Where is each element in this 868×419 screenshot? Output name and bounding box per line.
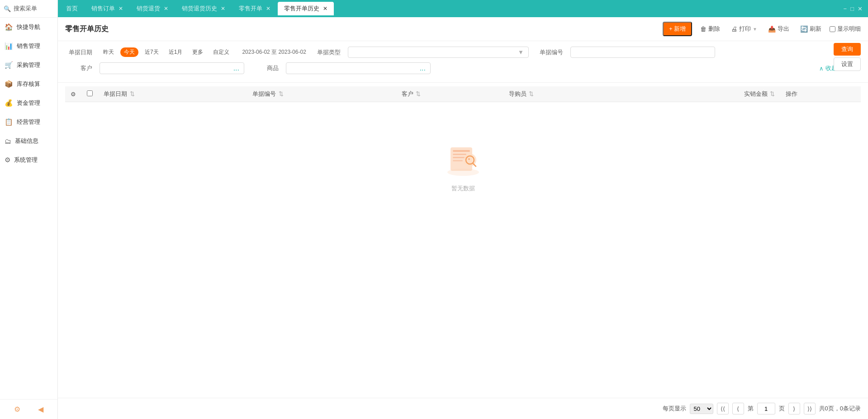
money-icon: 💰 bbox=[5, 99, 13, 107]
collapse-sidebar-icon[interactable]: ◀ bbox=[38, 405, 43, 414]
sidebar-item-system[interactable]: ⚙ 系统管理 bbox=[0, 151, 57, 169]
sidebar-search[interactable]: 🔍 搜索采单 bbox=[0, 0, 57, 18]
delete-icon: 🗑 bbox=[700, 25, 707, 33]
collapse-arrow-icon: ∧ bbox=[819, 65, 824, 72]
date-options: 昨天 今天 近7天 近1月 更多 自定义 bbox=[100, 47, 233, 57]
sidebar-item-inventory[interactable]: 📦 库存核算 bbox=[0, 75, 57, 94]
doc-number-input-wrap bbox=[570, 47, 715, 58]
date-option-more[interactable]: 更多 bbox=[189, 47, 207, 57]
tab-bar: 首页 销售订单 ✕ 销货退货 ✕ 销货退货历史 ✕ 零售开单 ✕ 零售开单历史 … bbox=[58, 0, 868, 17]
tab-retail-open-history[interactable]: 零售开单历史 ✕ bbox=[278, 2, 334, 15]
total-info: 共0页，0条记录 bbox=[819, 405, 861, 413]
print-icon: 🖨 bbox=[731, 25, 737, 33]
print-button[interactable]: 🖨 打印 ▼ bbox=[728, 23, 760, 35]
window-restore-icon[interactable]: □ bbox=[850, 5, 854, 12]
tab-sales-return[interactable]: 销货退货 ✕ bbox=[130, 2, 175, 15]
search-icon: 🔍 bbox=[4, 5, 11, 12]
doc-type-arrow-icon: ▼ bbox=[518, 49, 524, 56]
goods-label: 商品 bbox=[251, 64, 279, 72]
goods-input[interactable] bbox=[291, 65, 420, 72]
current-page-input[interactable] bbox=[757, 403, 775, 414]
show-detail-checkbox[interactable]: 显示明细 bbox=[830, 25, 861, 33]
svg-rect-5 bbox=[453, 160, 463, 161]
doc-number-input[interactable] bbox=[575, 49, 710, 56]
first-page-btn[interactable]: ⟨⟨ bbox=[717, 403, 729, 414]
table-cb-col bbox=[81, 86, 98, 102]
tab-retail-open-close[interactable]: ✕ bbox=[266, 5, 270, 12]
toolbar: + 新增 🗑 删除 🖨 打印 ▼ 📤 导出 🔄 刷新 bbox=[663, 22, 861, 36]
filter-area: 单据日期 昨天 今天 近7天 近1月 更多 自定义 2023-06-02 至 2… bbox=[58, 41, 868, 83]
query-button[interactable]: 查询 bbox=[834, 43, 861, 56]
window-close-icon[interactable]: ✕ bbox=[858, 5, 863, 12]
box-icon: 📦 bbox=[5, 80, 13, 88]
sidebar-item-quick-nav[interactable]: 🏠 快捷导航 bbox=[0, 18, 57, 37]
sidebar-search-label: 搜索采单 bbox=[14, 5, 37, 13]
date-option-custom[interactable]: 自定义 bbox=[209, 47, 233, 57]
empty-text: 暂无数据 bbox=[451, 184, 475, 193]
page-label-before: 第 bbox=[748, 405, 754, 413]
doc-type-dropdown[interactable]: ▼ bbox=[348, 47, 529, 58]
customer-input[interactable] bbox=[104, 65, 233, 72]
next-page-btn[interactable]: ⟩ bbox=[788, 403, 800, 414]
goods-ellipsis-btn[interactable]: ... bbox=[420, 65, 426, 72]
pagination: 每页显示 50 10 20 100 ⟨⟨ ⟨ 第 页 ⟩ ⟩⟩ 共0页，0条记录 bbox=[58, 398, 868, 419]
filter-row-1: 单据日期 昨天 今天 近7天 近1月 更多 自定义 2023-06-02 至 2… bbox=[65, 47, 861, 58]
sidebar-item-sales-mgmt[interactable]: 📊 销售管理 bbox=[0, 37, 57, 56]
date-option-today[interactable]: 今天 bbox=[120, 47, 138, 57]
date-option-yesterday[interactable]: 昨天 bbox=[100, 47, 118, 57]
delete-button[interactable]: 🗑 删除 bbox=[697, 23, 723, 35]
chart-icon: 📊 bbox=[5, 42, 13, 50]
col-amount[interactable]: 实销金额 ⇅ bbox=[631, 86, 780, 102]
tab-sales-order[interactable]: 销售订单 ✕ bbox=[85, 2, 129, 15]
last-page-btn[interactable]: ⟩⟩ bbox=[804, 403, 816, 414]
settings-bottom-icon[interactable]: ⚙ bbox=[14, 405, 20, 414]
export-label: 导出 bbox=[778, 25, 789, 33]
empty-illustration bbox=[441, 138, 486, 179]
select-all-checkbox[interactable] bbox=[87, 90, 93, 96]
sidebar-item-purchase-mgmt[interactable]: 🛒 采购管理 bbox=[0, 56, 57, 75]
col-number[interactable]: 单据编号 ⇅ bbox=[247, 86, 396, 102]
delete-label: 删除 bbox=[708, 25, 720, 33]
date-option-1month[interactable]: 近1月 bbox=[165, 47, 186, 57]
sidebar-item-label: 基础信息 bbox=[15, 137, 38, 145]
tab-retail-open[interactable]: 零售开单 ✕ bbox=[232, 2, 277, 15]
export-icon: 📤 bbox=[768, 25, 776, 33]
settings-button[interactable]: 设置 bbox=[834, 57, 861, 71]
table-head: ⚙ 单据日期 ⇅ 单据编号 ⇅ 客户 bbox=[65, 86, 861, 102]
prev-page-btn[interactable]: ⟨ bbox=[732, 403, 744, 414]
sidebar-bottom: ⚙ ◀ bbox=[0, 399, 57, 419]
col-date[interactable]: 单据日期 ⇅ bbox=[98, 86, 247, 102]
col-guide[interactable]: 导购员 ⇅ bbox=[503, 86, 631, 102]
window-minimize-icon[interactable]: − bbox=[844, 5, 847, 12]
customer-ellipsis-btn[interactable]: ... bbox=[233, 65, 239, 72]
sidebar-item-operations[interactable]: 📋 经营管理 bbox=[0, 113, 57, 132]
svg-rect-2 bbox=[453, 150, 470, 152]
table-settings-col[interactable]: ⚙ bbox=[65, 86, 81, 102]
date-filter-label: 单据日期 bbox=[65, 48, 92, 56]
filter-row-2: 客户 ... 商品 ... ∧ 收起更多条件 bbox=[65, 62, 861, 74]
tab-home[interactable]: 首页 bbox=[60, 2, 84, 15]
tab-sales-return-close[interactable]: ✕ bbox=[164, 5, 168, 12]
customer-input-wrap: ... bbox=[100, 62, 244, 74]
sidebar-item-finance[interactable]: 💰 资金管理 bbox=[0, 94, 57, 113]
svg-rect-3 bbox=[453, 154, 466, 155]
goods-input-wrap: ... bbox=[286, 62, 431, 74]
show-detail-label: 显示明细 bbox=[837, 25, 861, 33]
new-button[interactable]: + 新增 bbox=[663, 22, 692, 36]
tab-retail-open-label: 零售开单 bbox=[239, 5, 262, 13]
show-detail-input[interactable] bbox=[830, 26, 835, 32]
refresh-label: 刷新 bbox=[810, 25, 821, 33]
sidebar-item-basic-info[interactable]: 🗂 基础信息 bbox=[0, 132, 57, 151]
col-customer[interactable]: 客户 ⇅ bbox=[396, 86, 503, 102]
tab-sales-return-history[interactable]: 销货退货历史 ✕ bbox=[175, 2, 232, 15]
sidebar-item-label: 系统管理 bbox=[14, 156, 38, 164]
tab-retail-open-history-close[interactable]: ✕ bbox=[323, 5, 327, 12]
per-page-select[interactable]: 50 10 20 100 bbox=[690, 404, 713, 414]
tab-sales-order-close[interactable]: ✕ bbox=[119, 5, 123, 12]
tab-home-label: 首页 bbox=[66, 5, 78, 13]
date-option-7days[interactable]: 近7天 bbox=[141, 47, 162, 57]
export-button[interactable]: 📤 导出 bbox=[765, 23, 792, 35]
sidebar-item-label: 库存核算 bbox=[17, 80, 40, 88]
tab-sales-return-history-close[interactable]: ✕ bbox=[221, 5, 225, 12]
refresh-button[interactable]: 🔄 刷新 bbox=[797, 23, 824, 35]
